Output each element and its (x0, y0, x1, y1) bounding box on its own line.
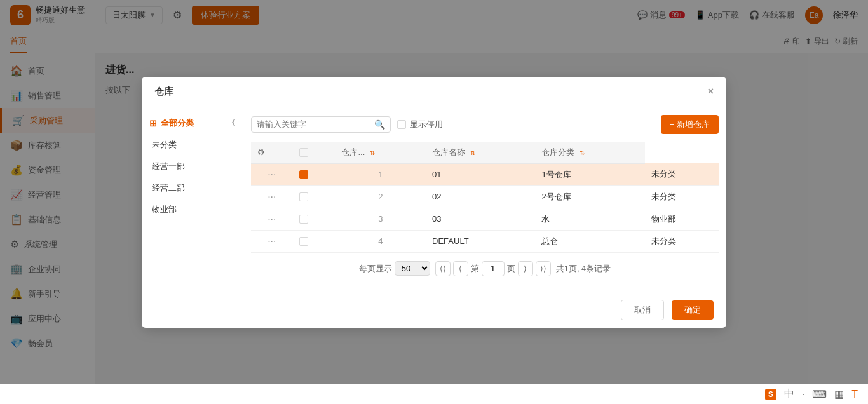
row-checkbox-0[interactable] (299, 170, 308, 179)
pagination: 每页显示 50 100 ⟨⟨ ⟨ 第 页 ⟩ ⟩⟩ (251, 253, 719, 284)
sort-code-icon: ⇅ (370, 149, 375, 156)
dot-icon[interactable]: · (802, 389, 804, 400)
modal-body: ⊞ 全部分类 《 未分类 经营一部 经营二部 物业部 🔍 (142, 107, 726, 292)
table-header-row: ⚙ 仓库... ⇅ 仓库名称 ⇅ (251, 142, 719, 164)
page-label: 第 (471, 263, 479, 274)
category-grid-icon: ⊞ (149, 118, 157, 128)
s-logo: S (765, 389, 776, 400)
page-suffix: 页 (507, 263, 515, 274)
col-name[interactable]: 仓库名称 ⇅ (426, 142, 535, 164)
modal-title: 仓库 (154, 86, 173, 98)
row-num-3: 4 (335, 230, 426, 252)
first-page-btn[interactable]: ⟨⟨ (435, 261, 451, 276)
row-code-0: 01 (426, 163, 535, 185)
modal-backdrop: 仓库 × ⊞ 全部分类 《 未分类 经营一部 经营二部 物业部 (0, 0, 868, 404)
layout-icon[interactable]: ▦ (834, 388, 844, 400)
row-category-3: 未分类 (645, 230, 719, 252)
row-gear-3[interactable]: ··· (251, 230, 293, 252)
warehouse-modal: 仓库 × ⊞ 全部分类 《 未分类 经营一部 经营二部 物业部 (142, 77, 726, 328)
row-category-0: 未分类 (645, 163, 719, 185)
warehouse-table: ⚙ 仓库... ⇅ 仓库名称 ⇅ (251, 142, 719, 253)
row-check-cell-1[interactable] (293, 185, 336, 208)
modal-header: 仓库 × (142, 77, 726, 107)
row-name-3: 总仓 (535, 230, 644, 252)
category-header[interactable]: ⊞ 全部分类 《 (142, 112, 243, 134)
category-header-label: 全部分类 (161, 118, 194, 129)
cancel-button[interactable]: 取消 (621, 300, 664, 320)
table-row[interactable]: ··· 2 02 2号仓库 未分类 (251, 185, 719, 208)
add-warehouse-button[interactable]: + 新增仓库 (661, 115, 719, 134)
per-page-select[interactable]: 50 100 (395, 261, 430, 276)
table-toolbar: 🔍 显示停用 + 新增仓库 (251, 115, 719, 134)
show-disabled-checkbox[interactable] (397, 120, 406, 129)
row-checkbox-2[interactable] (299, 215, 308, 224)
row-category-1: 未分类 (645, 185, 719, 208)
category-item-property[interactable]: 物业部 (142, 199, 243, 220)
next-page-btn[interactable]: ⟩ (518, 261, 533, 276)
page-input[interactable] (482, 261, 505, 276)
table-panel: 🔍 显示停用 + 新增仓库 ⚙ (243, 107, 726, 292)
search-input[interactable] (257, 119, 374, 129)
col-code[interactable]: 仓库... ⇅ (335, 142, 426, 164)
sort-name-icon: ⇅ (470, 149, 475, 156)
row-gear-2[interactable]: ··· (251, 208, 293, 230)
row-checkbox-1[interactable] (299, 192, 308, 201)
category-item-ops1[interactable]: 经营一部 (142, 156, 243, 177)
row-num-0: 1 (335, 163, 426, 185)
more-icon-3[interactable]: ··· (268, 236, 276, 246)
per-page-label: 每页显示 (359, 263, 392, 274)
confirm-button[interactable]: 确定 (672, 300, 714, 320)
category-collapse-icon[interactable]: 《 (228, 118, 235, 128)
show-disabled-label: 显示停用 (410, 119, 443, 130)
row-num-1: 2 (335, 185, 426, 208)
row-check-cell-2[interactable] (293, 208, 336, 230)
search-icon[interactable]: 🔍 (374, 119, 385, 130)
table-row[interactable]: ··· 3 03 水 物业部 (251, 208, 719, 230)
more-icon-1[interactable]: ··· (268, 191, 276, 202)
row-num-2: 3 (335, 208, 426, 230)
row-code-3: DEFAULT (426, 230, 535, 252)
per-page-area: 每页显示 50 100 (359, 261, 430, 276)
table-row[interactable]: ··· 4 DEFAULT 总仓 未分类 (251, 230, 719, 252)
search-input-wrap[interactable]: 🔍 (251, 116, 391, 133)
row-name-0: 1号仓库 (535, 163, 644, 185)
row-code-2: 03 (426, 208, 535, 230)
row-name-1: 2号仓库 (535, 185, 644, 208)
row-category-2: 物业部 (645, 208, 719, 230)
page-nav: ⟨⟨ ⟨ 第 页 ⟩ ⟩⟩ (435, 261, 551, 276)
prev-page-btn[interactable]: ⟨ (453, 261, 468, 276)
keyboard-icon[interactable]: ⌨ (812, 388, 827, 400)
chinese-icon[interactable]: 中 (784, 387, 794, 401)
col-check (293, 142, 336, 164)
select-all-checkbox[interactable] (299, 148, 308, 157)
show-disabled-area: 显示停用 (397, 119, 443, 130)
row-code-1: 02 (426, 185, 535, 208)
col-category[interactable]: 仓库分类 ⇅ (535, 142, 644, 164)
category-item-unclassified[interactable]: 未分类 (142, 134, 243, 156)
sort-category-icon: ⇅ (580, 149, 585, 156)
row-gear-1[interactable]: ··· (251, 185, 293, 208)
table-row[interactable]: ··· 1 01 1号仓库 未分类 (251, 163, 719, 185)
table-body: ··· 1 01 1号仓库 未分类 ··· 2 02 2号仓库 未分类 ··· (251, 163, 719, 252)
col-gear[interactable]: ⚙ (251, 142, 293, 164)
last-page-btn[interactable]: ⟩⟩ (536, 261, 551, 276)
t-icon[interactable]: T (851, 389, 858, 400)
modal-close-button[interactable]: × (708, 86, 714, 97)
row-check-cell-3[interactable] (293, 230, 336, 252)
category-item-ops2[interactable]: 经营二部 (142, 177, 243, 199)
more-icon-0[interactable]: ··· (268, 169, 276, 180)
row-check-cell-0[interactable] (293, 163, 336, 185)
row-checkbox-3[interactable] (299, 237, 308, 246)
row-gear-0[interactable]: ··· (251, 163, 293, 185)
category-panel: ⊞ 全部分类 《 未分类 经营一部 经营二部 物业部 (142, 107, 243, 292)
more-icon-2[interactable]: ··· (268, 213, 276, 224)
bottom-bar: S 中 · ⌨ ▦ T (0, 384, 868, 404)
row-name-2: 水 (535, 208, 644, 230)
modal-footer: 取消 确定 (142, 292, 726, 328)
total-info: 共1页, 4条记录 (556, 263, 611, 274)
